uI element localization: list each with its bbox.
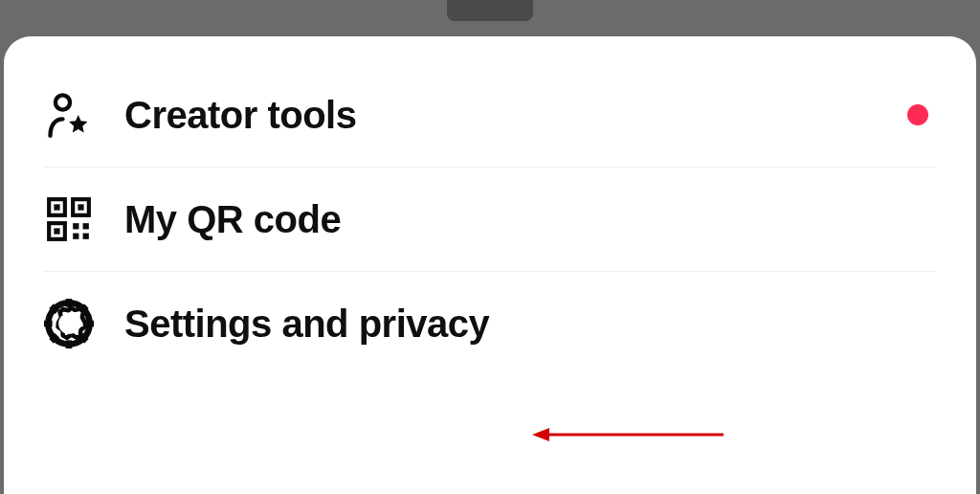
svg-rect-10 [83,234,89,239]
svg-rect-9 [73,234,78,239]
svg-rect-15 [44,321,53,327]
menu-item-qr-code[interactable]: My QR code [4,168,976,271]
background-peek [447,0,533,21]
svg-rect-16 [85,321,94,327]
svg-rect-14 [66,340,73,348]
svg-rect-7 [73,223,78,229]
svg-rect-2 [54,204,59,210]
svg-rect-6 [54,228,59,234]
creator-star-icon [44,90,94,140]
menu-item-label: My QR code [124,198,341,241]
svg-rect-4 [78,204,83,210]
menu-item-label: Settings and privacy [124,303,489,346]
svg-point-12 [58,313,79,334]
qrcode-icon [44,194,94,244]
svg-rect-8 [83,223,89,229]
menu-item-creator-tools[interactable]: Creator tools [4,63,976,167]
menu-item-settings-privacy[interactable]: Settings and privacy [4,272,976,375]
menu-item-label: Creator tools [124,94,356,137]
notification-badge [907,104,928,125]
gear-icon [44,299,94,348]
svg-rect-13 [66,299,73,307]
bottom-sheet: Creator tools My QR code [4,36,976,494]
svg-point-0 [56,95,70,109]
